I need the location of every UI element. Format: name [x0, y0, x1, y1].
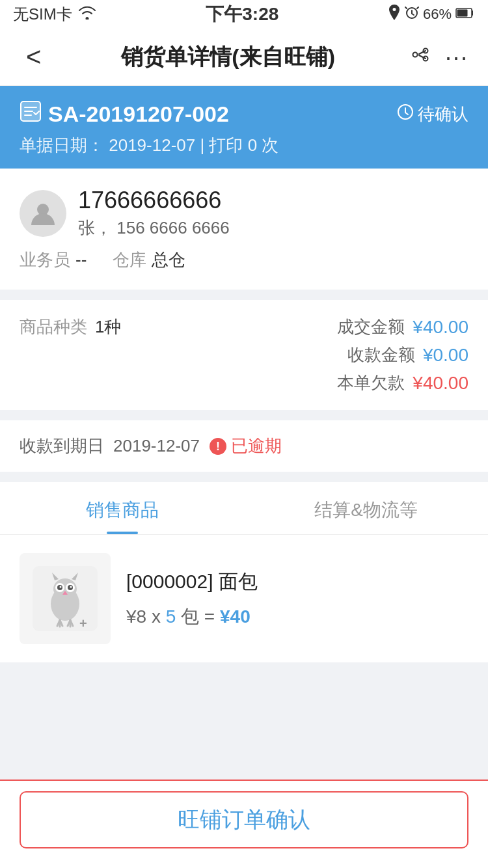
- share-button[interactable]: [409, 43, 432, 71]
- battery-icon: [455, 6, 475, 23]
- warehouse-item: 仓库 总仓: [113, 249, 185, 271]
- overdue-text: 已逾期: [231, 435, 282, 457]
- due-date: 2019-12-07: [113, 436, 200, 456]
- summary-row: 商品种类 1种 成交金额 ¥40.00 收款金额 ¥0.00 本单欠款 ¥40.…: [20, 316, 468, 394]
- avatar: [20, 190, 66, 237]
- svg-text:!: !: [216, 440, 220, 453]
- customer-card: 17666666666 张， 156 6666 6666 业务员 -- 仓库 总…: [0, 169, 488, 290]
- status-right: 66%: [388, 5, 475, 24]
- order-id: SA-20191207-002: [20, 100, 229, 128]
- product-calculation: ¥8 x 5 包 = ¥40: [126, 604, 468, 629]
- product-total: ¥40: [220, 606, 251, 627]
- confirm-order-button[interactable]: 旺铺订单确认: [20, 791, 468, 848]
- summary-section: 商品种类 1种 成交金额 ¥40.00 收款金额 ¥0.00 本单欠款 ¥40.…: [0, 300, 488, 410]
- tabs-bar: 销售商品 结算&物流等: [0, 482, 488, 535]
- order-header: SA-20191207-002 待确认 单据日期： 2019-12-07 | 打…: [0, 86, 488, 169]
- svg-point-5: [413, 53, 417, 57]
- product-name: [0000002] 面包: [126, 569, 468, 595]
- alarm-icon: [405, 5, 419, 23]
- due-section: 收款到期日 2019-12-07 ! 已逾期: [0, 420, 488, 472]
- order-status: 待确认: [397, 103, 468, 126]
- info-row: 业务员 -- 仓库 总仓: [20, 249, 468, 271]
- product-details: [0000002] 面包 ¥8 x 5 包 = ¥40: [126, 569, 468, 629]
- status-clock-icon: [397, 103, 414, 125]
- customer-info: 17666666666 张， 156 6666 6666: [78, 187, 230, 239]
- customer-name-phone: 张， 156 6666 6666: [78, 217, 230, 239]
- order-date: 单据日期： 2019-12-07 | 打印 0 次: [20, 134, 468, 157]
- location-icon: [388, 5, 401, 24]
- product-thumbnail: +: [20, 553, 111, 644]
- status-bar: 无SIM卡 下午3:28 66%: [0, 0, 488, 29]
- nav-bar: < 销货单详情(来自旺铺) ···: [0, 29, 488, 86]
- svg-text:+: +: [79, 616, 87, 631]
- tab-settlement[interactable]: 结算&物流等: [244, 482, 488, 534]
- tab-products[interactable]: 销售商品: [0, 482, 244, 534]
- page-title: 销货单详情(来自旺铺): [121, 42, 335, 72]
- owed-amount-line: 本单欠款 ¥40.00: [337, 372, 468, 394]
- back-button[interactable]: <: [20, 42, 47, 72]
- status-text: 待确认: [418, 103, 468, 126]
- bottom-bar: 旺铺订单确认: [0, 780, 488, 868]
- order-icon: [20, 100, 42, 128]
- salesman-item: 业务员 --: [20, 249, 87, 271]
- svg-rect-2: [457, 10, 467, 17]
- received-amount-line: 收款金额 ¥0.00: [347, 344, 468, 366]
- product-kind: 商品种类 1种: [20, 316, 121, 338]
- order-id-text: SA-20191207-002: [48, 102, 229, 127]
- due-label: 收款到期日: [20, 435, 104, 457]
- status-left: 无SIM卡: [13, 4, 97, 25]
- overdue-badge: ! 已逾期: [209, 435, 282, 457]
- svg-point-20: [60, 586, 62, 588]
- nav-actions: ···: [409, 43, 468, 71]
- status-time: 下午3:28: [206, 2, 278, 27]
- customer-phone: 17666666666: [78, 187, 230, 214]
- deal-amount-line: 成交金额 ¥40.00: [337, 316, 468, 338]
- more-button[interactable]: ···: [445, 44, 468, 71]
- amount-summary: 成交金额 ¥40.00 收款金额 ¥0.00 本单欠款 ¥40.00: [337, 316, 468, 394]
- svg-point-21: [70, 586, 72, 588]
- battery-text: 66%: [423, 6, 452, 23]
- product-item: + [0000002] 面包 ¥8 x 5 包 = ¥40: [0, 535, 488, 662]
- carrier-text: 无SIM卡: [13, 4, 72, 25]
- wifi-icon: [77, 5, 97, 23]
